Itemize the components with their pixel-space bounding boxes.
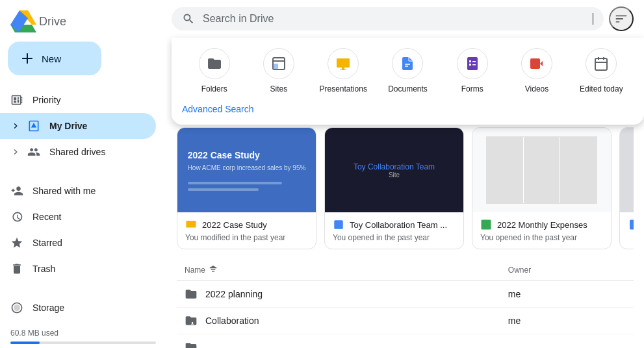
sidebar-storage-label: Storage — [32, 303, 64, 313]
plus-icon — [19, 51, 35, 66]
row-1-owner: me — [500, 281, 634, 308]
search-type-presentations[interactable]: Presentations — [317, 48, 369, 93]
card-date-2: You opened in the past year — [333, 233, 456, 242]
row-1-name: 2022 planning — [205, 289, 263, 299]
sidebar-item-shared-with-me-label: Shared with me — [32, 186, 96, 196]
file-card-2[interactable]: Toy Collaboration Team Site Toy Collabor… — [324, 127, 464, 249]
cursor-indicator — [593, 13, 593, 25]
my-drive-icon — [27, 119, 40, 132]
svg-rect-11 — [273, 64, 278, 69]
storage-bar-fill — [10, 342, 40, 344]
slides-icon — [185, 219, 197, 230]
new-button-label: New — [42, 53, 61, 64]
row-2-owner: me — [500, 308, 634, 334]
svg-marker-21 — [540, 61, 543, 66]
shared-drives-expand-icon — [10, 147, 21, 157]
advanced-search-container: Advanced Search — [172, 99, 644, 117]
table-row[interactable]: ... — [177, 334, 634, 349]
search-type-row: Folders Sites Presentations — [172, 38, 644, 99]
sidebar-item-shared-with-me[interactable]: Shared with me — [0, 178, 156, 204]
sidebar-item-priority[interactable]: Priority — [0, 87, 156, 113]
sort-asc-icon — [208, 265, 218, 275]
docs-icon — [628, 219, 634, 230]
svg-rect-22 — [595, 58, 607, 70]
sidebar-item-trash-label: Trash — [32, 264, 55, 274]
app-name-label: Drive — [39, 15, 66, 29]
search-dropdown: Folders Sites Presentations — [172, 38, 644, 125]
logo-area: Drive — [0, 6, 166, 36]
documents-type-icon — [392, 48, 423, 79]
search-type-sites[interactable]: Sites — [253, 48, 305, 93]
folders-type-icon — [199, 48, 230, 79]
sidebar-item-my-drive[interactable]: My Drive — [0, 113, 156, 139]
advanced-search-link[interactable]: Advanced Search — [182, 104, 254, 114]
svg-rect-18 — [469, 64, 471, 66]
shared-drives-icon — [27, 145, 40, 158]
search-bar[interactable] — [172, 7, 604, 31]
card-preview-1: 2022 Case Study How ACME corp increased … — [177, 128, 316, 212]
card-info-1: 2022 Case Study You modified in the past… — [177, 212, 316, 249]
content-area: 2022 Case Study How ACME corp increased … — [166, 122, 644, 348]
table-col-owner: Owner — [500, 260, 634, 281]
search-icon — [182, 12, 195, 25]
sidebar-item-trash[interactable]: Trash — [0, 256, 156, 282]
search-type-videos[interactable]: Videos — [511, 48, 563, 93]
google-drive-logo-icon — [10, 10, 36, 32]
cards-row: 2022 Case Study How ACME corp increased … — [177, 122, 634, 255]
sidebar-item-starred-label: Starred — [32, 238, 62, 248]
filter-options-button[interactable] — [609, 6, 634, 31]
search-type-edited-today[interactable]: Edited today — [575, 48, 627, 93]
svg-rect-15 — [467, 57, 478, 70]
file-card-3[interactable]: 2022 Monthly Expenses You opened in the … — [472, 127, 612, 249]
edited-today-label: Edited today — [580, 84, 623, 93]
videos-type-icon — [521, 48, 552, 79]
card-preview-3 — [472, 128, 611, 212]
table-row[interactable]: 2022 planning me — [177, 281, 634, 308]
file-card-1[interactable]: 2022 Case Study How ACME corp increased … — [177, 127, 316, 249]
shared-with-me-icon — [10, 184, 23, 197]
card-info-2: Toy Collaboration Team ... You opened in… — [325, 212, 463, 249]
search-type-documents[interactable]: Documents — [381, 48, 433, 93]
card-date-3: You opened in the past year — [480, 233, 603, 242]
sidebar-item-priority-label: Priority — [32, 95, 61, 105]
storage-used-text: 60.8 MB used — [10, 329, 58, 338]
app-container: Drive New Priority My Drive — [0, 0, 644, 348]
svg-rect-17 — [472, 61, 476, 62]
sidebar-item-my-drive-label: My Drive — [49, 121, 87, 131]
svg-rect-16 — [469, 60, 471, 62]
search-type-folders[interactable]: Folders — [188, 48, 240, 93]
sidebar-item-recent[interactable]: Recent — [0, 204, 156, 230]
card-date-1: You modified in the past year — [185, 233, 308, 242]
card-name-1: 2022 Case Study — [202, 220, 267, 230]
svg-rect-19 — [472, 64, 476, 66]
table-col-name[interactable]: Name — [177, 260, 500, 281]
presentations-type-icon — [328, 48, 359, 79]
search-type-forms[interactable]: Forms — [446, 48, 498, 93]
file-card-4[interactable] — [619, 127, 634, 249]
card-preview-2: Toy Collaboration Team Site — [325, 128, 463, 212]
card-info-4 — [620, 212, 634, 240]
new-button[interactable]: New — [8, 42, 101, 75]
sidebar-item-storage[interactable]: Storage — [0, 295, 156, 321]
forms-label: Forms — [461, 84, 483, 93]
documents-label: Documents — [388, 84, 428, 93]
svg-rect-14 — [340, 69, 346, 70]
sites-type-icon — [263, 48, 294, 79]
folder-icon-3 — [185, 341, 198, 348]
search-input[interactable] — [203, 13, 586, 25]
row-3-name: ... — [205, 342, 213, 348]
card-name-3: 2022 Monthly Expenses — [497, 220, 587, 230]
svg-rect-24 — [334, 220, 343, 229]
presentations-label: Presentations — [320, 84, 367, 93]
storage-info: 60.8 MB used — [0, 321, 166, 348]
card-name-2: Toy Collaboration Team ... — [350, 220, 447, 230]
svg-rect-20 — [530, 58, 540, 69]
table-row[interactable]: Collaboration me — [177, 308, 634, 334]
main-content: Folders Sites Presentations — [166, 0, 644, 348]
sidebar-item-starred[interactable]: Starred — [0, 230, 156, 256]
forms-type-icon — [457, 48, 488, 79]
sidebar-item-shared-drives[interactable]: Shared drives — [0, 139, 156, 165]
card-info-3: 2022 Monthly Expenses You opened in the … — [472, 212, 611, 249]
recent-icon — [10, 210, 23, 223]
table-body: 2022 planning me Collaboration me — [177, 281, 634, 349]
